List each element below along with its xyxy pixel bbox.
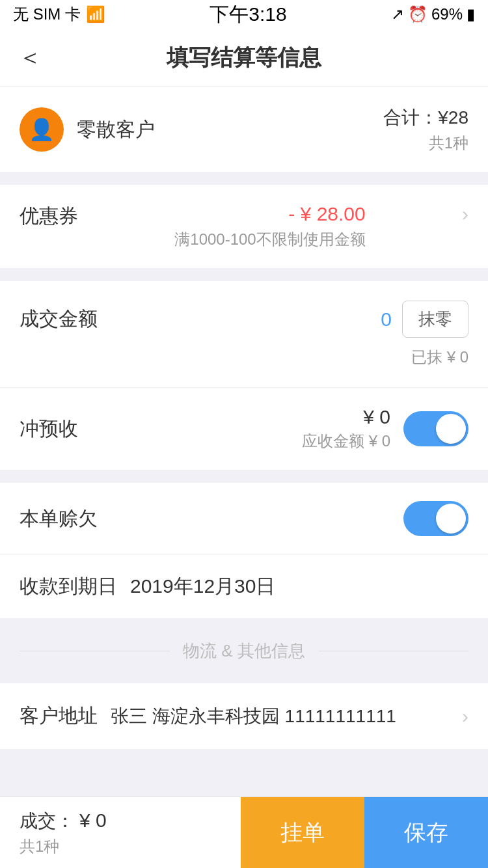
- customer-avatar: 👤: [20, 107, 64, 152]
- address-value: 张三 海淀永丰科技园 11111111111: [111, 704, 462, 729]
- chong-amount: ¥ 0: [302, 406, 390, 428]
- chong-right: ¥ 0 应收金额 ¥ 0: [302, 406, 468, 452]
- due-date-value: 2019年12月30日: [130, 573, 275, 600]
- status-bar: 无 SIM 卡 📶 下午3:18 ↗ ⏰ 69% ▮: [0, 0, 488, 29]
- chong-toggle[interactable]: [403, 411, 468, 446]
- customer-name: 零散客户: [77, 116, 155, 143]
- status-bar-left: 无 SIM 卡 📶: [13, 4, 105, 25]
- nav-bar: ＜ 填写结算等信息: [0, 29, 488, 87]
- address-chevron-icon: ›: [462, 705, 468, 727]
- transaction-sub: 已抹 ¥ 0: [20, 343, 468, 368]
- coupon-label: 优惠券: [20, 203, 78, 230]
- bottom-info: 成交： ¥ 0 共1种: [0, 809, 241, 857]
- chong-values: ¥ 0 应收金额 ¥ 0: [302, 406, 390, 452]
- due-date-section: 收款到期日 2019年12月30日: [0, 554, 488, 618]
- customer-count: 共1种: [383, 133, 468, 154]
- debt-toggle[interactable]: [403, 501, 468, 536]
- back-button[interactable]: ＜: [18, 42, 42, 74]
- page-title: 填写结算等信息: [167, 43, 321, 73]
- chong-yushou-row: 冲预收 ¥ 0 应收金额 ¥ 0: [0, 387, 488, 470]
- transaction-label: 成交金额: [20, 306, 98, 332]
- logistics-label: 物流 & 其他信息: [170, 640, 318, 662]
- address-label: 客户地址: [20, 703, 98, 729]
- location-icon: ↗: [391, 5, 404, 23]
- coupon-row[interactable]: 优惠券 - ¥ 28.00 满1000-100不限制使用金额 ›: [0, 185, 488, 268]
- transaction-value: 0: [381, 308, 392, 331]
- bottom-bar: 成交： ¥ 0 共1种 挂单 保存: [0, 796, 488, 868]
- debt-toggle-knob: [436, 504, 466, 534]
- section-gap-2: [0, 268, 488, 281]
- due-date-row: 收款到期日 2019年12月30日: [20, 573, 468, 600]
- due-date-label: 收款到期日: [20, 573, 117, 600]
- section-gap-4: [0, 618, 488, 631]
- debt-section: 本单赊欠: [0, 483, 488, 554]
- transaction-sublabel: 已抹 ¥ 0: [411, 347, 468, 368]
- bottom-deal-amount: ¥ 0: [79, 809, 107, 832]
- logistics-divider: 物流 & 其他信息: [0, 631, 488, 670]
- sim-status: 无 SIM 卡: [13, 4, 81, 25]
- alarm-icon: ⏰: [408, 5, 427, 23]
- bottom-deal-sub: 共1种: [20, 836, 221, 857]
- coupon-chevron: ›: [462, 203, 468, 225]
- section-gap-1: [0, 172, 488, 185]
- section-gap-3: [0, 470, 488, 483]
- hang-button[interactable]: 挂单: [241, 797, 364, 869]
- coupon-right: - ¥ 28.00 满1000-100不限制使用金额: [174, 203, 365, 250]
- coupon-desc: 满1000-100不限制使用金额: [174, 229, 365, 250]
- bottom-deal-label: 成交：: [20, 809, 74, 834]
- customer-left: 👤 零散客户: [20, 107, 155, 152]
- customer-total: 合计：¥28: [383, 105, 468, 130]
- coupon-amount: - ¥ 28.00: [174, 203, 365, 225]
- transaction-top: 成交金额 0 抹零: [20, 301, 468, 338]
- status-bar-right: ↗ ⏰ 69% ▮: [391, 5, 475, 23]
- avatar-icon: 👤: [29, 117, 55, 142]
- customer-row: 👤 零散客户 合计：¥28 共1种: [0, 87, 488, 172]
- maling-button[interactable]: 抹零: [402, 301, 468, 338]
- status-bar-time: 下午3:18: [210, 1, 286, 28]
- battery-level: 69%: [431, 5, 463, 23]
- transaction-row: 成交金额 0 抹零 已抹 ¥ 0: [0, 281, 488, 387]
- chong-sub: 应收金额 ¥ 0: [302, 431, 390, 452]
- save-button[interactable]: 保存: [364, 797, 488, 869]
- chong-label: 冲预收: [20, 416, 78, 442]
- chong-toggle-knob: [436, 414, 466, 444]
- debt-label: 本单赊欠: [20, 506, 98, 532]
- battery-icon: ▮: [467, 5, 475, 23]
- section-gap-5: [0, 670, 488, 683]
- address-row[interactable]: 客户地址 张三 海淀永丰科技园 11111111111 ›: [0, 683, 488, 749]
- wifi-icon: 📶: [86, 5, 105, 23]
- customer-right: 合计：¥28 共1种: [383, 105, 468, 154]
